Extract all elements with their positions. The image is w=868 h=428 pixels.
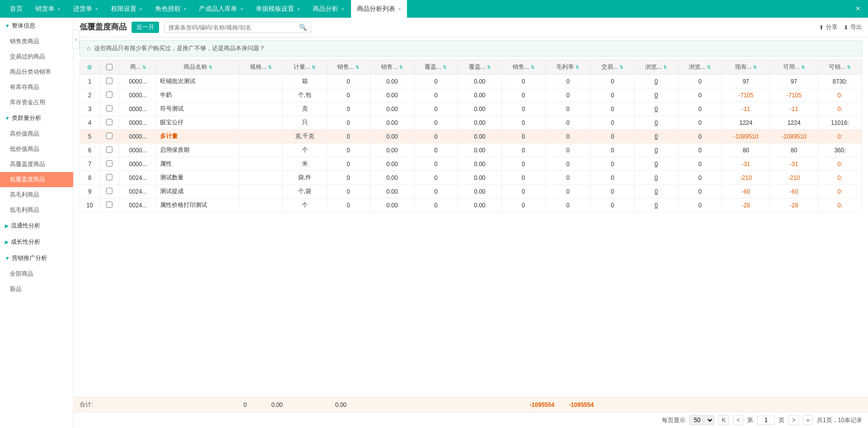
sidebar-section-growth[interactable]: ▶ 成长性分析 — [0, 234, 73, 250]
col-checkbox[interactable] — [100, 60, 119, 75]
prev-page-btn[interactable]: < — [733, 415, 743, 425]
row-checkbox[interactable] — [100, 75, 119, 88]
sidebar-item-low-margin[interactable]: 低毛利商品 — [0, 202, 73, 218]
row-checkbox[interactable] — [100, 185, 119, 199]
col-current-stock[interactable]: 现有...⇅ — [722, 60, 770, 75]
row-browse1[interactable]: 0 — [634, 199, 678, 212]
row-browse1[interactable]: 0 — [634, 88, 678, 102]
last-page-btn[interactable]: » — [803, 415, 813, 425]
select-all-checkbox[interactable] — [106, 64, 112, 70]
row-checkbox[interactable] — [100, 143, 119, 157]
row-checkbox[interactable] — [100, 116, 119, 130]
row-current-stock: -7105 — [722, 88, 770, 102]
nav-home[interactable]: 首页 — [4, 0, 28, 18]
col-coverage1[interactable]: 覆盖...⇅ — [414, 60, 458, 75]
row-checkbox[interactable] — [100, 199, 119, 212]
row-browse1[interactable]: 0 — [634, 130, 678, 143]
sidebar-item-sales-goods[interactable]: 销售类商品 — [0, 34, 73, 49]
sidebar-item-all-goods[interactable]: 全部商品 — [0, 266, 73, 282]
nav-goods-analysis[interactable]: 商品分析 × — [307, 0, 350, 18]
col-sellable[interactable]: 可销...⇅ — [818, 60, 862, 75]
nav-sales-order[interactable]: 销货单 × — [29, 0, 66, 18]
row-browse1[interactable]: 0 — [634, 102, 678, 116]
sidebar-item-stock-capital[interactable]: 库存资金占用 — [0, 95, 73, 110]
row-name[interactable]: 旺铺批次测试 — [157, 75, 239, 88]
row-name[interactable]: 属性 — [157, 157, 239, 171]
col-available-stock[interactable]: 可用...⇅ — [770, 60, 818, 75]
nav-role-auth[interactable]: 角色授权 × — [149, 0, 192, 18]
first-page-btn[interactable]: K — [718, 415, 729, 425]
nav-close-role[interactable]: × — [184, 6, 187, 12]
page-number-input[interactable] — [757, 416, 775, 425]
row-name[interactable]: 牛奶 — [157, 88, 239, 102]
next-page-btn[interactable]: > — [788, 415, 799, 425]
search-icon[interactable]: 🔍 — [299, 24, 307, 31]
col-coverage2[interactable]: 覆盖...⇅ — [458, 60, 502, 75]
row-name[interactable]: 眼宝公仔 — [157, 116, 239, 130]
col-unit[interactable]: 计量...⇅ — [283, 60, 326, 75]
row-name[interactable]: 属性价格打印测试 — [157, 199, 239, 212]
nav-goods-analysis-list[interactable]: 商品分析列表 × — [351, 0, 407, 18]
row-browse1[interactable]: 0 — [634, 75, 678, 88]
nav-close-permission[interactable]: × — [139, 6, 142, 12]
row-name[interactable]: 测试提成 — [157, 185, 239, 199]
row-coverage2: 0.00 — [458, 171, 502, 185]
col-sales-amt[interactable]: 销售...⇅ — [370, 60, 414, 75]
nav-template-settings[interactable]: 单据模板设置 × — [250, 0, 306, 18]
row-browse1[interactable]: 0 — [634, 143, 678, 157]
export-button[interactable]: ⬇ 导出 — [843, 23, 862, 31]
col-name[interactable]: 商品名称⇅ — [157, 60, 239, 75]
col-sales-qty[interactable]: 销售...⇅ — [326, 60, 370, 75]
search-input[interactable] — [168, 24, 296, 31]
row-checkbox[interactable] — [100, 130, 119, 143]
col-spec[interactable]: 规格...⇅ — [239, 60, 283, 75]
row-checkbox[interactable] — [100, 171, 119, 185]
nav-purchase-order[interactable]: 进货单 × — [67, 0, 104, 18]
sidebar-item-high-coverage[interactable]: 高覆盖度商品 — [0, 157, 73, 172]
sidebar-section-circulation[interactable]: ▶ 流通性分析 — [0, 218, 73, 234]
col-settings[interactable]: ⚙ — [80, 60, 100, 75]
col-code[interactable]: 商...⇅ — [119, 60, 157, 75]
sidebar-item-new-goods[interactable]: 新品 — [0, 282, 73, 297]
col-browse1[interactable]: 浏览...⇅ — [634, 60, 678, 75]
row-browse1[interactable]: 0 — [634, 157, 678, 171]
row-name[interactable]: 多计量 — [157, 130, 239, 143]
row-browse1[interactable]: 0 — [634, 171, 678, 185]
row-name[interactable]: 符号测试 — [157, 102, 239, 116]
row-checkbox[interactable] — [100, 88, 119, 102]
sidebar-item-high-margin[interactable]: 高毛利商品 — [0, 187, 73, 202]
nav-close-sales[interactable]: × — [57, 6, 60, 12]
nav-close-product-storage[interactable]: × — [240, 6, 243, 12]
col-browse2[interactable]: 浏览...⇅ — [678, 60, 722, 75]
nav-product-storage[interactable]: 产成品入库单 × — [193, 0, 249, 18]
window-close-btn[interactable]: × — [852, 4, 864, 13]
col-sales3[interactable]: 销售...⇅ — [502, 60, 545, 75]
nav-close-template[interactable]: × — [297, 6, 300, 12]
row-checkbox[interactable] — [100, 157, 119, 171]
row-no: 8 — [80, 171, 100, 185]
nav-close-goods-analysis-list[interactable]: × — [398, 6, 401, 12]
row-checkbox[interactable] — [100, 102, 119, 116]
col-gross-margin[interactable]: 毛利率⇅ — [545, 60, 591, 75]
period-button[interactable]: 近一月 — [132, 22, 159, 33]
sidebar-item-traded-goods[interactable]: 交易过的商品 — [0, 49, 73, 64]
sidebar-collapse-btn[interactable]: « — [73, 29, 80, 49]
sidebar-item-low-coverage[interactable]: 低覆盖度商品 — [0, 172, 73, 187]
sidebar-item-stocked-goods[interactable]: 有库存商品 — [0, 80, 73, 95]
col-trade[interactable]: 交易...⇅ — [591, 60, 634, 75]
page-size-select[interactable]: 20 50 100 — [689, 415, 714, 425]
sidebar-section-cluster[interactable]: ▼ 类群量分析 — [0, 110, 73, 126]
sidebar-item-low-value[interactable]: 低价值商品 — [0, 142, 73, 157]
share-button[interactable]: ⬆ 分享 — [819, 23, 838, 31]
row-name[interactable]: 测试数量 — [157, 171, 239, 185]
nav-permission[interactable]: 权限设置 × — [105, 0, 148, 18]
row-browse1[interactable]: 0 — [634, 185, 678, 199]
sidebar-item-high-value[interactable]: 高价值商品 — [0, 126, 73, 142]
sidebar-section-overall[interactable]: ▼ 整体信息 — [0, 18, 73, 34]
sidebar-section-marketing[interactable]: ▼ 营销推广分析 — [0, 250, 73, 266]
row-name[interactable]: 启用保质期 — [157, 143, 239, 157]
sidebar-item-category-sales-rate[interactable]: 商品分类动销率 — [0, 64, 73, 80]
nav-close-purchase[interactable]: × — [95, 6, 98, 12]
nav-close-goods-analysis[interactable]: × — [341, 6, 344, 12]
row-browse1[interactable]: 0 — [634, 116, 678, 130]
